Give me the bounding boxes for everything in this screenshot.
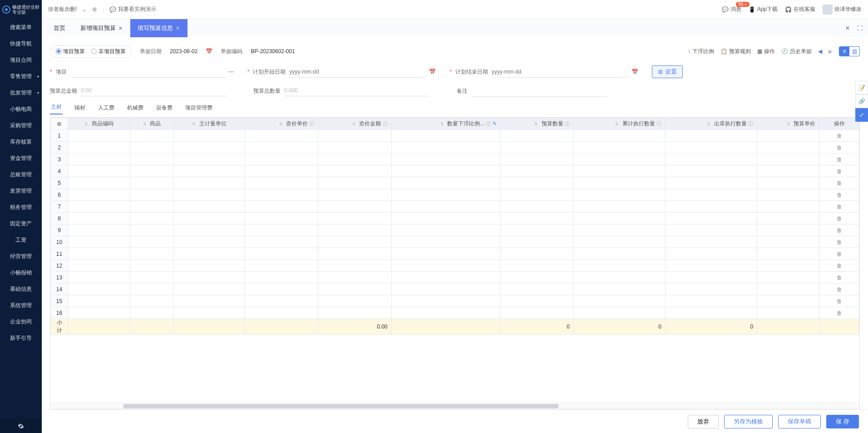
calendar-icon[interactable]: 📅 [429, 69, 436, 75]
cell[interactable] [130, 224, 173, 236]
cell[interactable] [173, 142, 245, 154]
cell[interactable] [500, 177, 573, 189]
horizontal-scrollbar[interactable] [50, 403, 859, 409]
user-menu[interactable]: 徐泽华修改 [823, 5, 862, 15]
help-icon[interactable]: ⓘ [565, 121, 570, 126]
cell[interactable] [666, 295, 757, 307]
cell[interactable] [245, 130, 318, 142]
cell[interactable] [666, 177, 757, 189]
cell[interactable] [130, 154, 173, 165]
sidebar-item-8[interactable]: 资金管理 [0, 150, 42, 166]
cell[interactable] [245, 272, 318, 284]
cell[interactable] [318, 130, 391, 142]
cell[interactable] [130, 130, 173, 142]
cell[interactable] [68, 260, 130, 272]
cell[interactable] [130, 165, 173, 177]
nav-prev-button[interactable]: ◀ [818, 48, 822, 55]
trash-icon[interactable]: 🗑 [837, 286, 842, 293]
cell[interactable] [757, 154, 819, 165]
cell[interactable] [500, 284, 573, 295]
table-row[interactable]: 9🗑 [51, 224, 859, 236]
cell[interactable] [500, 260, 573, 272]
page-tab-2[interactable]: 填写预算信息✕ [130, 19, 187, 37]
cell[interactable] [245, 165, 318, 177]
settings-button[interactable]: ⚙ 设置 [652, 65, 683, 78]
cell[interactable] [666, 307, 757, 319]
cell[interactable] [666, 189, 757, 201]
view-card-button[interactable]: ▥ [849, 47, 859, 56]
cell[interactable] [173, 130, 245, 142]
cell[interactable] [757, 177, 819, 189]
close-icon[interactable]: ✕ [118, 25, 123, 31]
cell[interactable] [318, 201, 391, 213]
cell[interactable] [245, 295, 318, 307]
cell[interactable] [318, 248, 391, 260]
cell[interactable] [68, 272, 130, 284]
cell[interactable] [130, 236, 173, 248]
col-header-0[interactable]: ⇅ 商品编码 [68, 118, 130, 130]
cell[interactable] [391, 248, 500, 260]
cell[interactable] [573, 142, 665, 154]
cell[interactable] [500, 130, 573, 142]
cell[interactable] [68, 307, 130, 319]
help-icon[interactable]: ⓘ [486, 121, 491, 126]
subtab-0[interactable]: 主材 [50, 100, 63, 114]
cell[interactable] [573, 224, 665, 236]
sort-icon[interactable]: ⇅ [192, 122, 196, 126]
table-row[interactable]: 2🗑 [51, 142, 859, 154]
help-icon[interactable]: ⓘ [383, 121, 388, 126]
cell[interactable] [245, 154, 318, 165]
cell[interactable] [573, 177, 665, 189]
cell[interactable] [130, 142, 173, 154]
calendar-icon[interactable]: 📅 [631, 69, 638, 75]
cell[interactable] [757, 142, 819, 154]
col-header-3[interactable]: ⇅ 造价单价 ⓘ [245, 118, 318, 130]
remark-input[interactable] [471, 85, 607, 97]
cell[interactable] [391, 295, 500, 307]
cell[interactable] [666, 130, 757, 142]
cell[interactable] [68, 189, 130, 201]
trash-icon[interactable]: 🗑 [837, 156, 842, 163]
sidebar-item-2[interactable]: 项目合同 [0, 52, 42, 68]
table-row[interactable]: 3🗑 [51, 154, 859, 165]
cell[interactable] [573, 248, 665, 260]
sort-icon[interactable]: ⇅ [440, 122, 444, 126]
sidebar-item-11[interactable]: 税务管理 [0, 199, 42, 215]
cell[interactable] [68, 284, 130, 295]
cell[interactable] [391, 284, 500, 295]
save-button[interactable]: 保 存 [826, 415, 859, 428]
edit-icon[interactable]: ✎ [493, 121, 497, 126]
cell[interactable] [757, 248, 819, 260]
cell[interactable] [573, 154, 665, 165]
cell[interactable] [573, 201, 665, 213]
cell[interactable] [318, 224, 391, 236]
cell[interactable] [173, 236, 245, 248]
cell[interactable] [173, 248, 245, 260]
cell[interactable] [68, 295, 130, 307]
col-header-4[interactable]: ⇅ 造价金额 ⓘ [318, 118, 391, 130]
col-header-6[interactable]: ⇅ 预算数量 ⓘ [500, 118, 573, 130]
cell[interactable] [666, 213, 757, 224]
col-header-9[interactable]: ⇅ 预算单价 [757, 118, 819, 130]
sidebar-settings-button[interactable] [0, 419, 42, 433]
cell[interactable] [391, 165, 500, 177]
cell[interactable] [173, 189, 245, 201]
cell[interactable] [666, 142, 757, 154]
start-date-input[interactable] [289, 66, 425, 78]
cell[interactable] [173, 272, 245, 284]
cell[interactable] [666, 272, 757, 284]
cell[interactable] [245, 201, 318, 213]
cell[interactable] [391, 189, 500, 201]
cell[interactable] [757, 189, 819, 201]
cell[interactable] [245, 189, 318, 201]
gear-icon[interactable]: ⚙ [57, 121, 62, 127]
cell[interactable] [318, 295, 391, 307]
sidebar-item-7[interactable]: 库存核算 [0, 134, 42, 150]
org-settings-icon[interactable]: ⚙ [92, 6, 97, 13]
cell[interactable] [573, 272, 665, 284]
table-row[interactable]: 7🗑 [51, 201, 859, 213]
col-header-5[interactable]: ⇅ 数量下浮比例... ⓘ ✎ [391, 118, 500, 130]
col-header-1[interactable]: ⇅ 商品 [130, 118, 173, 130]
cell[interactable] [245, 248, 318, 260]
trash-icon[interactable]: 🗑 [837, 298, 842, 304]
